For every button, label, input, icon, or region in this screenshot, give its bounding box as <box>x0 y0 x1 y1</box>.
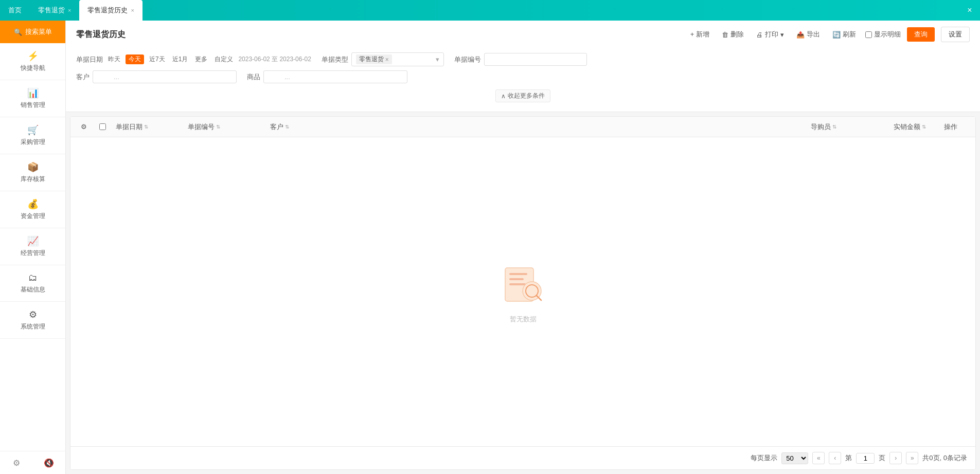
page-label: 第 <box>845 453 852 463</box>
sidebar-item-finance[interactable]: 💰 资金管理 <box>0 191 65 228</box>
date-btn-1month[interactable]: 近1月 <box>170 54 190 64</box>
page-header: 零售退货历史 + 新增 🗑 删除 🖨 打印 ▾ 📤 <box>66 21 980 112</box>
date-btn-today[interactable]: 今天 <box>126 54 144 64</box>
query-button[interactable]: 查询 <box>907 27 935 42</box>
quicknav-icon: ⚡ <box>27 50 39 62</box>
goods-filter-label: 商品 <box>247 72 260 82</box>
sidebar-item-inventory[interactable]: 📦 库存核算 <box>0 154 65 191</box>
th-num[interactable]: 单据编号 ⇅ <box>184 122 266 132</box>
sales-icon: 📊 <box>27 87 39 99</box>
sidebar-search-label: 搜索菜单 <box>25 27 52 37</box>
svg-rect-2 <box>509 278 524 280</box>
num-input[interactable] <box>484 53 587 66</box>
date-btn-more[interactable]: 更多 <box>193 54 209 64</box>
filter-row-2: 客户 ... 商品 ... <box>76 70 970 83</box>
date-btn-yesterday[interactable]: 昨天 <box>106 54 122 64</box>
sort-customer-icon: ⇅ <box>285 124 289 130</box>
prev-page-button[interactable]: ‹ <box>829 452 841 464</box>
sidebar-item-quicknav[interactable]: ⚡ 快捷导航 <box>0 43 65 80</box>
page-size-select[interactable]: 50 10 20 100 <box>781 452 808 464</box>
total-text: 共0页, 0条记录 <box>922 453 967 463</box>
pagination-bar: 每页显示 50 10 20 100 « ‹ 第 页 › » 共0页, 0条记录 <box>70 446 975 469</box>
sidebar-settings-button[interactable]: ⚙ <box>0 451 33 474</box>
type-filter: 单据类型 零售退货 × ▾ <box>322 52 444 66</box>
empty-icon <box>500 260 546 306</box>
content-area: 零售退货历史 + 新增 🗑 删除 🖨 打印 ▾ 📤 <box>66 21 980 474</box>
table-container: ⚙ 单据日期 ⇅ 单据编号 ⇅ 客户 ⇅ 导购员 ⇅ <box>70 116 976 470</box>
sidebar-item-label-finance: 资金管理 <box>21 212 45 221</box>
top-bar: 首页 零售退货 × 零售退货历史 × × <box>0 0 980 21</box>
type-filter-label: 单据类型 <box>322 55 348 64</box>
sidebar-search[interactable]: 🔍 搜索菜单 <box>0 21 65 43</box>
type-select[interactable]: 零售退货 × ▾ <box>351 52 444 66</box>
close-retail-return-tab-icon[interactable]: × <box>68 7 71 13</box>
tab-retail-return[interactable]: 零售退货 × <box>30 0 79 21</box>
date-btn-7days[interactable]: 近7天 <box>147 54 167 64</box>
tab-list: 首页 零售退货 × 零售退货历史 × <box>0 0 959 21</box>
display-detail-checkbox-label[interactable]: 显示明细 <box>865 30 901 39</box>
close-history-tab-icon[interactable]: × <box>131 7 134 13</box>
main-layout: 🔍 搜索菜单 ⚡ 快捷导航 📊 销售管理 🛒 采购管理 📦 库存核算 💰 资金管… <box>0 21 980 474</box>
type-tag-close[interactable]: × <box>385 56 389 63</box>
next-page-button[interactable]: › <box>889 452 902 464</box>
th-operation: 操作 <box>930 122 971 132</box>
delete-button[interactable]: 🗑 删除 <box>719 28 747 41</box>
basicinfo-icon: 🗂 <box>28 272 38 283</box>
print-dropdown-icon: ▾ <box>780 31 784 39</box>
sidebar-item-label-sales: 销售管理 <box>21 101 45 110</box>
sidebar: 🔍 搜索菜单 ⚡ 快捷导航 📊 销售管理 🛒 采购管理 📦 库存核算 💰 资金管… <box>0 21 66 474</box>
print-button[interactable]: 🖨 打印 ▾ <box>753 28 787 41</box>
first-page-button[interactable]: « <box>812 452 825 464</box>
sidebar-item-sales[interactable]: 📊 销售管理 <box>0 80 65 117</box>
window-close-button[interactable]: × <box>959 0 980 21</box>
sort-guide-icon: ⇅ <box>832 124 836 130</box>
type-select-dropdown-icon: ▾ <box>436 56 439 63</box>
business-icon: 📈 <box>27 235 39 247</box>
table-select-all-checkbox[interactable] <box>93 123 112 130</box>
th-amount[interactable]: 实销金额 ⇅ <box>868 122 930 132</box>
refresh-button[interactable]: 🔄 刷新 <box>829 28 859 41</box>
sidebar-mute-button[interactable]: 🔇 <box>33 451 66 474</box>
sidebar-item-system[interactable]: ⚙ 系统管理 <box>0 302 65 339</box>
last-page-button[interactable]: » <box>906 452 918 464</box>
page-unit: 页 <box>879 453 885 463</box>
th-guide[interactable]: 导购员 ⇅ <box>807 122 868 132</box>
settings-button[interactable]: 设置 <box>941 27 970 42</box>
date-filter-label: 单据日期 <box>76 55 103 64</box>
date-range-text: 2023-06-02 至 2023-06-02 <box>238 55 311 64</box>
export-button[interactable]: 📤 导出 <box>793 28 823 41</box>
type-tag: 零售退货 × <box>356 54 392 64</box>
toolbar: + 新增 🗑 删除 🖨 打印 ▾ 📤 导出 <box>687 27 970 42</box>
table-settings-icon[interactable]: ⚙ <box>75 123 93 131</box>
filter-row-1: 单据日期 昨天 今天 近7天 近1月 更多 自定义 2023-06-02 至 2… <box>76 52 970 66</box>
empty-text: 暂无数据 <box>510 315 537 324</box>
svg-rect-1 <box>509 273 527 275</box>
collapse-icon: ∧ <box>501 93 506 100</box>
sidebar-item-purchase[interactable]: 🛒 采购管理 <box>0 117 65 154</box>
sidebar-item-basic-info[interactable]: 🗂 基础信息 <box>0 265 65 302</box>
print-icon: 🖨 <box>756 31 763 39</box>
goods-filter: 商品 ... <box>247 70 407 83</box>
collapse-button[interactable]: ∧ 收起更多条件 <box>495 89 550 102</box>
th-customer[interactable]: 客户 ⇅ <box>266 122 807 132</box>
tab-home[interactable]: 首页 <box>0 0 30 21</box>
page-input[interactable] <box>856 453 875 464</box>
th-date[interactable]: 单据日期 ⇅ <box>112 122 184 132</box>
sort-num-icon: ⇅ <box>216 124 220 130</box>
tab-retail-return-history[interactable]: 零售退货历史 × <box>79 0 142 21</box>
page-size-label: 每页显示 <box>751 453 777 463</box>
num-filter-label: 单据编号 <box>454 55 481 64</box>
new-button[interactable]: + 新增 <box>687 28 712 41</box>
sidebar-item-business[interactable]: 📈 经营管理 <box>0 228 65 265</box>
date-filter-options: 昨天 今天 近7天 近1月 更多 自定义 <box>106 54 235 64</box>
goods-input[interactable]: ... <box>263 70 407 83</box>
delete-icon: 🗑 <box>722 31 728 39</box>
date-btn-custom[interactable]: 自定义 <box>212 54 235 64</box>
sidebar-item-label-business: 经营管理 <box>21 249 45 258</box>
finance-icon: 💰 <box>27 198 39 210</box>
display-detail-checkbox[interactable] <box>865 31 872 38</box>
refresh-icon: 🔄 <box>832 31 841 39</box>
customer-input[interactable]: ... <box>93 70 237 83</box>
page-title: 零售退货历史 <box>76 29 126 40</box>
sidebar-item-label-system: 系统管理 <box>21 322 45 331</box>
